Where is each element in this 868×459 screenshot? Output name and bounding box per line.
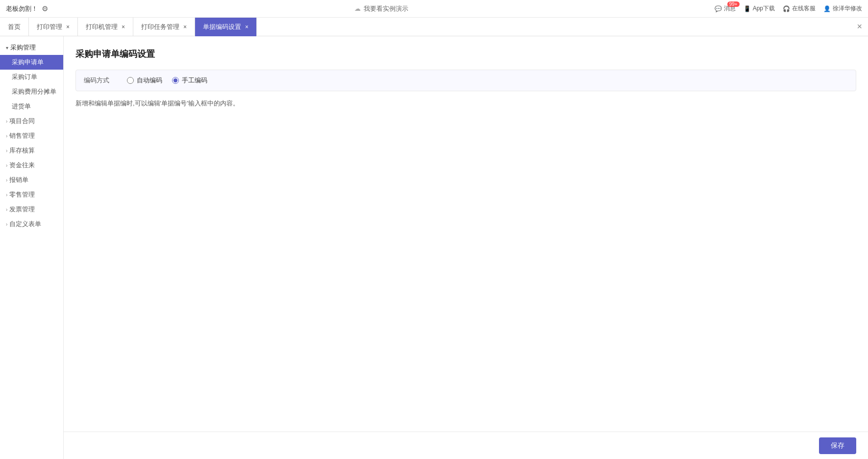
tab-home-label: 首页 bbox=[8, 23, 21, 31]
arrow-right-icon: › bbox=[6, 207, 7, 212]
tab-print-task-close[interactable]: × bbox=[183, 24, 187, 30]
radio-group: 自动编码 手工编码 bbox=[127, 76, 207, 85]
tab-bar: 首页 打印管理 × 打印机管理 × 打印任务管理 × 单据编码设置 × × bbox=[0, 18, 868, 36]
phone-icon: 📱 bbox=[744, 5, 751, 12]
tab-printer-mgmt-label: 打印机管理 bbox=[86, 23, 118, 31]
sidebar-group-custom-forms[interactable]: › 自定义表单 bbox=[0, 217, 63, 231]
radio-manual-label: 手工编码 bbox=[182, 76, 207, 85]
sidebar-item-purchase-receipt[interactable]: 进货单 bbox=[0, 99, 63, 114]
sidebar-group-returns[interactable]: › 报销单 bbox=[0, 173, 63, 187]
top-bar: 老板勿割！ ⚙ ☁ 我要看实例演示 💬 消息 99+ 📱 App下载 🎧 在线客… bbox=[0, 0, 868, 18]
radio-auto-encode[interactable]: 自动编码 bbox=[127, 76, 162, 85]
sidebar-group-project-contract-label: 项目合同 bbox=[9, 117, 35, 126]
tab-print-mgmt-label: 打印管理 bbox=[37, 23, 62, 31]
message-badge: 99+ bbox=[727, 1, 740, 7]
sidebar-group-capital[interactable]: › 资金往来 bbox=[0, 158, 63, 173]
sidebar-group-invoice-mgmt-label: 发票管理 bbox=[9, 205, 35, 214]
radio-manual-encode[interactable]: 手工编码 bbox=[172, 76, 207, 85]
content-area: 采购申请单编码设置 编码方式 自动编码 手工编码 bbox=[64, 36, 868, 432]
cloud-icon: ☁ bbox=[354, 5, 361, 12]
tab-panel-close-button[interactable]: × bbox=[851, 22, 868, 32]
user-icon: 👤 bbox=[823, 5, 831, 12]
encoding-label: 编码方式 bbox=[84, 76, 109, 85]
layout: ▾ 采购管理 采购申请单 采购订单 采购费用分摊单 进货单 › 项目合同 › 销… bbox=[0, 36, 868, 459]
encoding-row: 编码方式 自动编码 手工编码 bbox=[84, 76, 848, 85]
username-label: 徐泽华修改 bbox=[833, 4, 862, 13]
sidebar-item-purchase-request-label: 采购申请单 bbox=[12, 58, 44, 66]
sidebar-group-sales-mgmt-label: 销售管理 bbox=[9, 131, 35, 140]
top-bar-right: 💬 消息 99+ 📱 App下载 🎧 在线客服 👤 徐泽华修改 bbox=[715, 4, 862, 13]
radio-manual-input[interactable] bbox=[172, 77, 179, 84]
sidebar-item-purchase-request[interactable]: 采购申请单 bbox=[0, 55, 63, 70]
arrow-right-icon: › bbox=[6, 119, 7, 124]
footer-bar: 保存 bbox=[64, 432, 868, 459]
arrow-down-icon: ▾ bbox=[6, 45, 8, 51]
sidebar-group-retail-mgmt[interactable]: › 零售管理 bbox=[0, 187, 63, 202]
online-service-label: 在线客服 bbox=[792, 4, 816, 13]
app-download-item[interactable]: 📱 App下载 bbox=[744, 4, 775, 13]
demo-text: 我要看实例演示 bbox=[364, 4, 408, 13]
sidebar-group-project-contract[interactable]: › 项目合同 bbox=[0, 114, 63, 128]
top-bar-center: ☁ 我要看实例演示 bbox=[354, 4, 408, 13]
arrow-right-icon: › bbox=[6, 148, 7, 153]
online-service-item[interactable]: 🎧 在线客服 bbox=[783, 4, 816, 13]
sidebar: ▾ 采购管理 采购申请单 采购订单 采购费用分摊单 进货单 › 项目合同 › 销… bbox=[0, 36, 64, 459]
message-icon: 💬 bbox=[715, 5, 722, 12]
sidebar-item-purchase-expense-label: 采购费用分摊单 bbox=[12, 88, 56, 95]
sidebar-group-retail-mgmt-label: 零售管理 bbox=[9, 190, 35, 199]
tab-print-mgmt[interactable]: 打印管理 × bbox=[29, 18, 78, 36]
sidebar-group-returns-label: 报销单 bbox=[9, 176, 28, 184]
arrow-right-icon: › bbox=[6, 222, 7, 227]
sidebar-item-purchase-order-label: 采购订单 bbox=[12, 73, 37, 80]
sidebar-group-sales-mgmt[interactable]: › 销售管理 bbox=[0, 128, 63, 143]
sidebar-item-purchase-expense[interactable]: 采购费用分摊单 bbox=[0, 84, 63, 99]
hint-text: 新增和编辑单据编时,可以编辑'单据编号'输入框中的内容。 bbox=[75, 99, 856, 108]
tab-single-code-close[interactable]: × bbox=[245, 24, 248, 30]
sidebar-group-purchase-title[interactable]: ▾ 采购管理 bbox=[0, 40, 63, 55]
sidebar-group-inventory[interactable]: › 库存核算 bbox=[0, 143, 63, 158]
tab-print-task-label: 打印任务管理 bbox=[141, 23, 179, 31]
sidebar-group-custom-forms-label: 自定义表单 bbox=[9, 220, 41, 229]
headset-icon: 🎧 bbox=[783, 5, 790, 12]
gear-icon: ⚙ bbox=[42, 4, 48, 13]
tab-printer-mgmt[interactable]: 打印机管理 × bbox=[78, 18, 133, 36]
sidebar-item-purchase-receipt-label: 进货单 bbox=[12, 102, 31, 110]
sidebar-group-purchase: ▾ 采购管理 采购申请单 采购订单 采购费用分摊单 进货单 bbox=[0, 40, 63, 114]
message-item[interactable]: 💬 消息 99+ bbox=[715, 4, 736, 13]
user-item[interactable]: 👤 徐泽华修改 bbox=[823, 4, 862, 13]
app-download-label: App下载 bbox=[753, 4, 775, 13]
encoding-section: 编码方式 自动编码 手工编码 bbox=[75, 70, 856, 91]
sidebar-group-invoice-mgmt[interactable]: › 发票管理 bbox=[0, 202, 63, 217]
radio-auto-input[interactable] bbox=[127, 77, 134, 84]
arrow-right-icon: › bbox=[6, 133, 7, 139]
sidebar-group-capital-label: 资金往来 bbox=[9, 161, 35, 170]
arrow-right-icon: › bbox=[6, 192, 7, 198]
tab-home[interactable]: 首页 bbox=[0, 18, 29, 36]
tab-printer-mgmt-close[interactable]: × bbox=[122, 24, 125, 30]
main-content: 采购申请单编码设置 编码方式 自动编码 手工编码 bbox=[64, 36, 868, 459]
arrow-right-icon: › bbox=[6, 178, 7, 183]
tab-single-code-label: 单据编码设置 bbox=[203, 23, 241, 31]
tab-print-mgmt-close[interactable]: × bbox=[66, 24, 70, 30]
radio-auto-label: 自动编码 bbox=[137, 76, 162, 85]
page-title: 采购申请单编码设置 bbox=[75, 48, 856, 60]
tab-print-task[interactable]: 打印任务管理 × bbox=[133, 18, 195, 36]
sidebar-item-purchase-order[interactable]: 采购订单 bbox=[0, 70, 63, 84]
save-button[interactable]: 保存 bbox=[819, 437, 856, 454]
settings-button[interactable]: ⚙ bbox=[42, 4, 48, 13]
sidebar-group-purchase-label: 采购管理 bbox=[10, 43, 36, 52]
top-bar-left: 老板勿割！ ⚙ bbox=[6, 4, 48, 13]
arrow-right-icon: › bbox=[6, 163, 7, 168]
tab-single-code[interactable]: 单据编码设置 × bbox=[195, 18, 257, 36]
logo-text: 老板勿割！ bbox=[6, 4, 38, 13]
sidebar-group-inventory-label: 库存核算 bbox=[9, 146, 35, 155]
